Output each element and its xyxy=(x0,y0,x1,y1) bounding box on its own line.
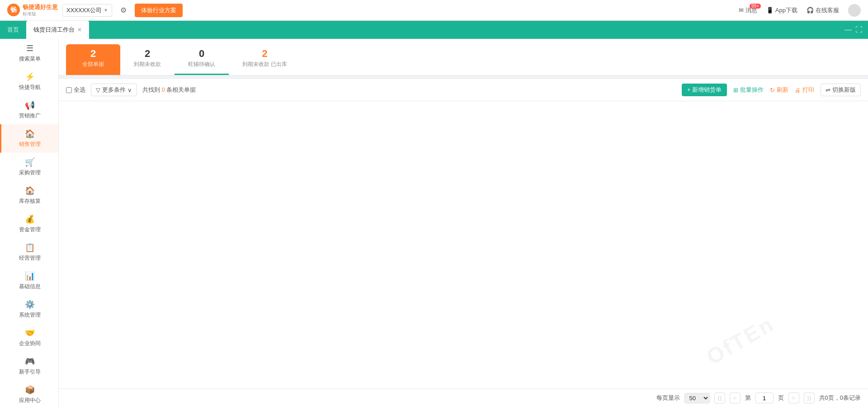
stat-label-pending: 旺辅待确认 xyxy=(188,61,215,68)
download-icon: 📱 xyxy=(766,7,774,14)
app-download-button[interactable]: 📱 App下载 xyxy=(766,6,797,14)
refresh-button[interactable]: ↻ 刷新 xyxy=(770,86,788,94)
sidebar-item-search[interactable]: ☰ 搜索菜单 xyxy=(0,39,58,67)
switch-version-button[interactable]: ⇌ 切换新版 xyxy=(821,84,861,96)
stat-tab-overdue[interactable]: 2 到期未收款 xyxy=(120,44,175,75)
sidebar-item-enterprise[interactable]: 🤝 企业协同 xyxy=(0,323,58,352)
message-icon: ✉ xyxy=(739,7,744,14)
page-last-button[interactable]: ⟩⟩ xyxy=(804,393,815,403)
stat-label-all: 全部单据 xyxy=(82,61,104,68)
add-sales-button[interactable]: + 新增销货单 xyxy=(682,84,727,96)
message-button[interactable]: ✉ 消息 99+ xyxy=(739,6,757,14)
pagination-total: 共0页，0条记录 xyxy=(819,394,861,402)
guide-icon: 🎮 xyxy=(25,356,35,366)
marketing-icon: 📢 xyxy=(25,100,35,110)
page-prev-button[interactable]: ＜ xyxy=(730,393,741,403)
tab-maximize-icon[interactable]: ⛶ xyxy=(855,26,863,34)
enterprise-icon: 🤝 xyxy=(25,328,35,338)
finance-icon: 💰 xyxy=(25,214,35,224)
inventory-icon: 🏠 xyxy=(25,186,35,196)
stats-tabs: 2 全部单据 2 到期未收款 0 旺辅待确认 2 到期未收款 已出库 xyxy=(59,39,868,75)
found-text: 共找到 0 条相关单据 xyxy=(142,86,196,94)
tab-bar-actions: — ⛶ xyxy=(844,26,868,34)
table-area xyxy=(59,101,868,388)
sidebar-item-purchase[interactable]: 🛒 采购管理 xyxy=(0,153,58,181)
avatar[interactable] xyxy=(848,4,861,17)
stat-tab-shipped[interactable]: 2 到期未收款 已出库 xyxy=(229,44,301,75)
print-icon: 🖨 xyxy=(795,87,801,94)
logo-icon: 畅 xyxy=(7,4,20,16)
checkbox-input[interactable] xyxy=(66,87,72,93)
filter-icon: ▽ xyxy=(96,87,100,94)
page-input[interactable] xyxy=(755,393,774,403)
switch-icon: ⇌ xyxy=(826,87,830,94)
stat-number-pending: 0 xyxy=(199,48,204,60)
basics-icon: 📊 xyxy=(25,271,35,281)
header-right: ✉ 消息 99+ 📱 App下载 🎧 在线客服 xyxy=(739,4,861,17)
stat-number-shipped: 2 xyxy=(262,48,268,60)
sidebar-item-sales[interactable]: 🏠 销售管理 xyxy=(0,124,58,153)
sidebar-item-appcenter[interactable]: 📦 应用中心 xyxy=(0,380,58,407)
stat-tab-pending[interactable]: 0 旺辅待确认 xyxy=(175,44,229,75)
page-size-select[interactable]: 50 100 200 xyxy=(684,393,710,403)
page-label: 第 xyxy=(745,394,751,402)
sales-icon: 🏠 xyxy=(25,129,35,139)
toolbar-right: + 新增销货单 ⊞ 批量操作 ↻ 刷新 🖨 打印 ⇌ 切换新版 xyxy=(682,84,861,96)
batch-operation-button[interactable]: ⊞ 批量操作 xyxy=(733,86,764,94)
quicknav-icon: ⚡ xyxy=(25,72,35,82)
tab-close-icon[interactable]: ✕ xyxy=(77,27,82,33)
tab-workbench[interactable]: 钱货日清工作台 ✕ xyxy=(26,21,89,39)
tab-bar: 首页 钱货日清工作台 ✕ — ⛶ xyxy=(0,21,868,39)
company-selector[interactable]: XXXXXX公司 ▼ xyxy=(62,4,112,17)
page-first-button[interactable]: ⟨⟨ xyxy=(714,393,725,403)
pagination-bar: 每页显示 50 100 200 ⟨⟨ ＜ 第 页 ＞ ⟩⟩ 共0页，0条记录 xyxy=(59,388,868,407)
refresh-icon: ↻ xyxy=(770,87,775,94)
filter-chevron-icon: ∨ xyxy=(127,87,132,94)
sidebar-item-quicknav[interactable]: ⚡ 快捷导航 xyxy=(0,67,58,96)
tab-home[interactable]: 首页 xyxy=(0,21,26,39)
sidebar-item-operations[interactable]: 📋 经营管理 xyxy=(0,238,58,267)
stat-label-shipped: 到期未收款 已出库 xyxy=(242,61,287,68)
toolbar: 全选 ▽ 更多条件 ∨ 共找到 0 条相关单据 + 新增销货单 ⊞ 批量操作 ↻ xyxy=(59,79,868,101)
trial-button[interactable]: 体验行业方案 xyxy=(135,4,183,17)
service-icon: 🎧 xyxy=(807,7,814,14)
tab-minimize-icon[interactable]: — xyxy=(844,26,852,34)
settings-button[interactable]: ⚙ xyxy=(117,4,130,17)
content-area: 2 全部单据 2 到期未收款 0 旺辅待确认 2 到期未收款 已出库 全选 xyxy=(59,39,868,407)
appcenter-icon: 📦 xyxy=(25,385,35,395)
operations-icon: 📋 xyxy=(25,243,35,253)
page-end-label: 页 xyxy=(778,394,784,402)
stat-label-overdue: 到期未收款 xyxy=(134,61,161,68)
top-header: 畅 畅捷通好生意 标准版 XXXXXX公司 ▼ ⚙ 体验行业方案 ✉ 消息 99… xyxy=(0,0,868,21)
sidebar: ☰ 搜索菜单 ⚡ 快捷导航 📢 营销推广 🏠 销售管理 🛒 采购管理 🏠 库存核… xyxy=(0,39,59,407)
stat-number-overdue: 2 xyxy=(145,48,150,60)
search-menu-icon: ☰ xyxy=(26,43,33,53)
logo-area: 畅 畅捷通好生意 标准版 xyxy=(7,4,58,17)
purchase-icon: 🛒 xyxy=(25,157,35,167)
page-size-label: 每页显示 xyxy=(656,394,680,402)
sidebar-item-system[interactable]: ⚙️ 系统管理 xyxy=(0,295,58,323)
filter-button[interactable]: ▽ 更多条件 ∨ xyxy=(91,84,137,96)
sidebar-item-inventory[interactable]: 🏠 库存核算 xyxy=(0,181,58,210)
stat-tab-all[interactable]: 2 全部单据 xyxy=(66,44,120,75)
sidebar-item-finance[interactable]: 💰 资金管理 xyxy=(0,210,58,238)
print-button[interactable]: 🖨 打印 xyxy=(795,86,814,94)
sidebar-item-basics[interactable]: 📊 基础信息 xyxy=(0,267,58,295)
header-left: 畅 畅捷通好生意 标准版 XXXXXX公司 ▼ ⚙ 体验行业方案 xyxy=(7,4,183,17)
main-layout: ☰ 搜索菜单 ⚡ 快捷导航 📢 营销推广 🏠 销售管理 🛒 采购管理 🏠 库存核… xyxy=(0,39,868,407)
batch-icon: ⊞ xyxy=(733,87,738,94)
page-next-button[interactable]: ＞ xyxy=(788,393,799,403)
sidebar-item-marketing[interactable]: 📢 营销推广 xyxy=(0,96,58,124)
system-icon: ⚙️ xyxy=(25,299,35,309)
select-all-checkbox[interactable]: 全选 xyxy=(66,86,85,94)
logo-text: 畅捷通好生意 标准版 xyxy=(23,4,58,17)
stat-number-all: 2 xyxy=(90,48,96,60)
chevron-down-icon: ▼ xyxy=(104,8,108,13)
online-service-button[interactable]: 🎧 在线客服 xyxy=(807,6,839,14)
message-badge: 99+ xyxy=(750,4,761,9)
sidebar-item-guide[interactable]: 🎮 新手引导 xyxy=(0,352,58,380)
